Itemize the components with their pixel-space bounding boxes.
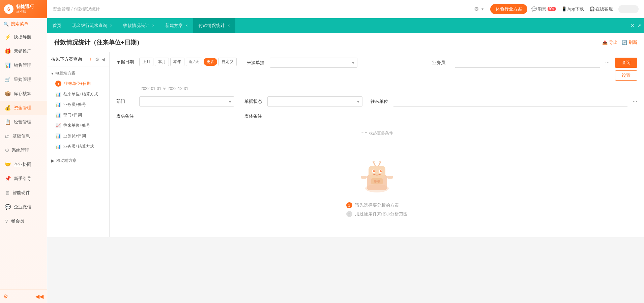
sidebar-item-guide[interactable]: 📌 新手引导 xyxy=(0,172,47,186)
salesperson-input[interactable] xyxy=(455,58,600,68)
chevron-down-icon: ▾ xyxy=(51,71,53,76)
sidebar-item-cooperation[interactable]: 🤝 企业协同 xyxy=(0,157,47,172)
scheme-item-staff-account[interactable]: 📊 业务员+账号 xyxy=(47,99,109,110)
scheme-group-label: 移动端方案 xyxy=(56,158,77,163)
trial-button[interactable]: 体验行业方案 xyxy=(490,4,527,14)
sales-icon: 📊 xyxy=(5,62,11,68)
salesperson-more-icon[interactable]: ··· xyxy=(605,60,610,66)
this-year-btn[interactable]: 本年 xyxy=(170,58,184,66)
tab-new-scheme[interactable]: 新建方案 × xyxy=(160,18,193,33)
app-download-label: App下载 xyxy=(567,6,584,12)
sidebar-item-operation[interactable]: 📋 经营管理 xyxy=(0,115,47,129)
scheme-item-label: 部门+日期 xyxy=(63,112,82,118)
this-month-btn[interactable]: 本月 xyxy=(155,58,169,66)
sidebar-item-label: 畅会员 xyxy=(11,218,24,224)
hint-number-2: 2 xyxy=(346,211,352,217)
tab-close-icon[interactable]: × xyxy=(228,23,230,28)
app-download-area[interactable]: 📱 App下载 xyxy=(561,6,584,12)
body-note-input[interactable] xyxy=(267,111,402,121)
sidebar-item-purchase[interactable]: 🛒 采购管理 xyxy=(0,72,47,87)
online-service-area[interactable]: 🎧 在线客服 xyxy=(589,6,613,12)
tab-receipt-stats[interactable]: 收款情况统计 × xyxy=(118,18,160,33)
scheme-item-partner-account[interactable]: 📈 往来单位+账号 xyxy=(47,120,109,131)
refresh-button[interactable]: 🔄 刷新 xyxy=(622,39,637,46)
content-with-sidebar: 按以下方案查询 ＋ ⚙ ◀ ▾ 电脑端方案 ● 往来单位+日期 xyxy=(47,52,644,237)
doc-status-select-arrow: ▾ xyxy=(357,99,359,104)
scheme-collapse-icon[interactable]: ◀ xyxy=(101,57,105,62)
sidebar-item-system[interactable]: ⚙ 系统管理 xyxy=(0,143,47,157)
more-dates-btn[interactable]: 更多 xyxy=(204,58,217,66)
source-filter-group: 来源单据 ▾ xyxy=(247,58,424,68)
custom-date-btn[interactable]: 自定义 xyxy=(218,58,237,66)
message-icon-area[interactable]: 💬 消息 99+ xyxy=(531,6,556,12)
scheme-item-partner-payment[interactable]: 📊 往来单位+结算方式 xyxy=(47,89,109,99)
settings-bottom-icon[interactable]: ⚙ xyxy=(3,293,8,300)
sidebar: 6 畅捷通巧 标准版 🔍 搜索菜单 ⚡ 快捷导航 🎁 营销推广 📊 销售管理 🛒… xyxy=(0,0,47,303)
scheme-item-label: 往来单位+账号 xyxy=(63,123,90,128)
export-button[interactable]: 📤 导出 xyxy=(602,39,618,46)
tab-close-icon[interactable]: × xyxy=(110,23,112,28)
logo-text: 畅捷通巧 xyxy=(16,4,34,9)
active-scheme-dot: ● xyxy=(55,81,61,87)
close-window-icon[interactable]: ✕ xyxy=(631,23,635,28)
scheme-settings-icon[interactable]: ⚙ xyxy=(95,57,99,62)
collapse-bar[interactable]: ⌃⌃ 收起更多条件 xyxy=(110,127,644,140)
operation-icon: 📋 xyxy=(5,119,11,125)
scheme-group-label: 电脑端方案 xyxy=(55,70,76,76)
member-icon: ∨ xyxy=(5,218,8,224)
scheme-group-desktop-title[interactable]: ▾ 电脑端方案 xyxy=(47,68,109,78)
sidebar-item-member[interactable]: ∨ 畅会员 xyxy=(0,214,47,228)
sidebar-item-finance[interactable]: 💰 资金管理 xyxy=(0,101,47,115)
sidebar-item-label: 库存核算 xyxy=(14,91,31,97)
guide-icon: 📌 xyxy=(5,176,11,182)
last-7-days-btn[interactable]: 近7天 xyxy=(186,58,202,66)
query-button[interactable]: 查询 xyxy=(615,58,637,68)
svg-point-7 xyxy=(373,170,375,172)
user-avatar[interactable] xyxy=(618,5,639,13)
partner-more-icon[interactable]: ··· xyxy=(633,98,637,104)
logo-sub: 标准版 xyxy=(16,9,34,14)
sidebar-item-quick-nav[interactable]: ⚡ 快捷导航 xyxy=(0,30,47,44)
collapse-sidebar-icon[interactable]: ◀◀ xyxy=(35,293,43,300)
sidebar-item-marketing[interactable]: 🎁 营销推广 xyxy=(0,44,47,58)
tab-close-icon[interactable]: × xyxy=(152,23,154,28)
header-note-input[interactable] xyxy=(139,111,234,121)
maximize-window-icon[interactable]: ⤢ xyxy=(637,23,641,28)
sidebar-item-sales[interactable]: 📊 销售管理 xyxy=(0,58,47,72)
tab-bank-flow[interactable]: 现金银行流水查询 × xyxy=(67,18,118,33)
purchase-icon: 🛒 xyxy=(5,77,11,83)
system-icon: ⚙ xyxy=(5,147,9,153)
dropdown-arrow-icon[interactable]: ▾ xyxy=(481,7,484,11)
sidebar-item-basic-info[interactable]: 🗂 基础信息 xyxy=(0,129,47,143)
search-menu-item[interactable]: 🔍 搜索菜单 xyxy=(0,18,47,30)
tab-payment-stats[interactable]: 付款情况统计 × xyxy=(193,18,235,33)
partner-input[interactable] xyxy=(393,96,627,107)
sidebar-item-label: 采购管理 xyxy=(14,77,31,83)
header-icons: 💬 消息 99+ 📱 App下载 🎧 在线客服 xyxy=(531,5,639,13)
tab-close-icon[interactable]: × xyxy=(185,23,188,28)
scheme-item-dept-date[interactable]: 📊 部门+日期 xyxy=(47,110,109,120)
source-select[interactable]: ▾ xyxy=(270,58,357,68)
chevron-right-icon: ▶ xyxy=(51,158,54,163)
sidebar-item-hardware[interactable]: 🖥 智能硬件 xyxy=(0,186,47,200)
top-header: 资金管理 / 付款情况统计 ⚙ ▾ 体验行业方案 💬 消息 99+ 📱 App下… xyxy=(47,0,644,18)
scheme-group-mobile-title[interactable]: ▶ 移动端方案 xyxy=(47,156,109,165)
dept-select[interactable]: ▾ xyxy=(139,96,234,107)
date-filter-group: 单据日期 上月 本月 本年 近7天 更多 自定义 xyxy=(116,58,237,66)
sidebar-item-inventory[interactable]: 📦 库存核算 xyxy=(0,87,47,101)
scheme-item-staff-payment[interactable]: 📊 业务员+结算方式 xyxy=(47,141,109,152)
source-select-arrow: ▾ xyxy=(352,60,354,65)
doc-status-select[interactable]: ▾ xyxy=(267,96,362,107)
tab-home[interactable]: 首页 xyxy=(47,18,67,33)
scheme-add-icon[interactable]: ＋ xyxy=(88,56,93,63)
settings-gear-icon[interactable]: ⚙ xyxy=(474,6,479,12)
sidebar-item-wechat[interactable]: 💬 企业微信 xyxy=(0,200,47,214)
svg-point-15 xyxy=(377,180,380,183)
filter-settings-button[interactable]: 设置 xyxy=(615,70,637,81)
scheme-item-partner-date[interactable]: ● 往来单位+日期 xyxy=(47,78,109,89)
sidebar-nav: ⚡ 快捷导航 🎁 营销推广 📊 销售管理 🛒 采购管理 📦 库存核算 💰 资金管… xyxy=(0,30,47,290)
scheme-item-staff-date[interactable]: 📊 业务员+日期 xyxy=(47,131,109,141)
scheme-item-label: 往来单位+日期 xyxy=(64,81,91,87)
last-month-btn[interactable]: 上月 xyxy=(139,58,153,66)
scheme-item-label: 业务员+结算方式 xyxy=(63,144,94,149)
